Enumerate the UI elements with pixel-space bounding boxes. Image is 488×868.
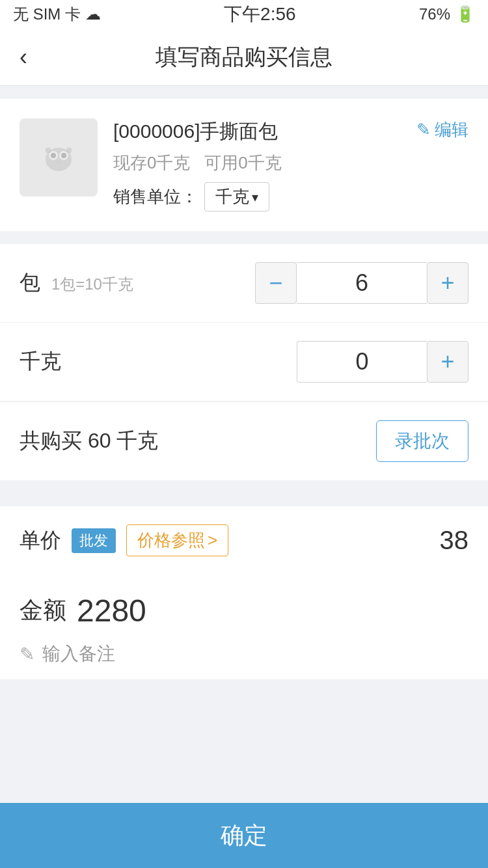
battery-level: 76% bbox=[419, 5, 450, 23]
price-label: 单价 bbox=[20, 526, 61, 555]
svg-rect-7 bbox=[66, 147, 72, 153]
confirm-btn-wrapper: 确定 bbox=[0, 803, 488, 868]
back-button[interactable]: ‹ bbox=[20, 44, 27, 71]
total-quantity: 共购买 60 千克 bbox=[20, 427, 158, 455]
remark-placeholder: 输入备注 bbox=[42, 642, 115, 666]
page-title: 填写商品购买信息 bbox=[156, 42, 332, 72]
amount-row: 金额 2280 bbox=[20, 593, 468, 629]
price-ref-button[interactable]: 价格参照 > bbox=[126, 524, 228, 556]
kg-input-row: 千克 + bbox=[0, 323, 488, 401]
product-card: [0000006]手撕面包 ✎ 编辑 现存0千克 可用0千克 销售单位： 千克 … bbox=[0, 99, 488, 231]
dropdown-icon: ▾ bbox=[252, 189, 258, 205]
product-stock: 现存0千克 可用0千克 bbox=[113, 152, 468, 174]
nav-bar: ‹ 填写商品购买信息 bbox=[0, 29, 488, 86]
svg-rect-6 bbox=[45, 147, 51, 153]
pack-plus-button[interactable]: + bbox=[427, 262, 468, 304]
product-name: [0000006]手撕面包 bbox=[113, 118, 278, 145]
amount-label: 金额 bbox=[20, 595, 66, 627]
pack-stepper: − + bbox=[255, 262, 468, 304]
battery-icon: 🔋 bbox=[455, 5, 475, 23]
pack-input[interactable] bbox=[297, 262, 427, 304]
amount-value: 2280 bbox=[77, 593, 146, 629]
kg-stepper: + bbox=[297, 341, 468, 383]
confirm-button[interactable]: 确定 bbox=[0, 803, 488, 868]
status-time: 下午2:56 bbox=[224, 2, 296, 27]
pack-input-row: 包 1包=10千克 − + bbox=[0, 244, 488, 323]
batch-price-tag: 批发 bbox=[72, 528, 116, 553]
edit-icon: ✎ bbox=[416, 120, 431, 140]
status-left: 无 SIM 卡 ☁ bbox=[13, 4, 101, 25]
batch-button[interactable]: 录批次 bbox=[376, 420, 468, 462]
pack-hint: 1包=10千克 bbox=[51, 275, 133, 293]
pack-label: 包 1包=10千克 bbox=[20, 269, 255, 297]
status-right: 76% 🔋 bbox=[419, 5, 475, 23]
kg-plus-button[interactable]: + bbox=[427, 341, 468, 383]
divider-1 bbox=[0, 231, 488, 244]
pencil-icon: ✎ bbox=[20, 644, 34, 665]
price-section: 单价 批发 价格参照 > 38 bbox=[0, 506, 488, 575]
remark-row[interactable]: ✎ 输入备注 bbox=[20, 642, 468, 666]
unit-price-value: 38 bbox=[440, 526, 469, 555]
kg-label: 千克 bbox=[20, 347, 297, 376]
sim-status: 无 SIM 卡 ☁ bbox=[13, 4, 101, 25]
chevron-right-icon: > bbox=[208, 530, 217, 550]
edit-button[interactable]: ✎ 编辑 bbox=[416, 118, 468, 141]
kg-input[interactable] bbox=[297, 341, 427, 383]
status-bar: 无 SIM 卡 ☁ 下午2:56 76% 🔋 bbox=[0, 0, 488, 29]
divider-2 bbox=[0, 480, 488, 493]
pack-minus-button[interactable]: − bbox=[255, 262, 297, 304]
unit-select[interactable]: 千克 ▾ bbox=[204, 182, 269, 211]
product-image bbox=[20, 118, 98, 197]
product-unit-row: 销售单位： 千克 ▾ bbox=[113, 182, 468, 211]
product-info: [0000006]手撕面包 ✎ 编辑 现存0千克 可用0千克 销售单位： 千克 … bbox=[113, 118, 468, 211]
amount-section: 金额 2280 ✎ 输入备注 bbox=[0, 575, 488, 679]
pack-input-section: 包 1包=10千克 − + 千克 + 共购买 60 千克 录批次 bbox=[0, 244, 488, 480]
summary-row: 共购买 60 千克 录批次 bbox=[0, 401, 488, 480]
svg-point-4 bbox=[61, 153, 66, 158]
svg-point-3 bbox=[51, 153, 56, 158]
owl-logo-icon bbox=[36, 141, 81, 174]
